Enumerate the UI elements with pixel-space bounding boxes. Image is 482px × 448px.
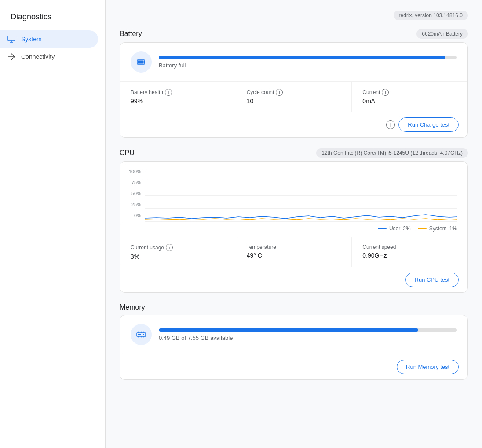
- version-badge: redrix, version 103.14816.0: [394, 11, 468, 20]
- battery-health-cell: Battery health i 99%: [120, 82, 236, 112]
- svg-rect-0: [8, 36, 15, 41]
- app-title: Diagnostics: [0, 7, 105, 30]
- cpu-temp-value: 49° C: [247, 252, 341, 259]
- sidebar: Diagnostics System Connectivity: [0, 0, 106, 448]
- monitor-icon: [7, 35, 16, 44]
- cpu-stats-row: Current usage i 3% Temperature 49° C Cur…: [120, 237, 467, 267]
- cpu-badge: 12th Gen Intel(R) Core(TM) i5-1245U (12 …: [316, 148, 468, 158]
- battery-cycle-cell: Cycle count i 10: [236, 82, 352, 112]
- memory-icon: [136, 329, 146, 340]
- cpu-chart-area: [145, 169, 457, 222]
- battery-icon: [136, 57, 146, 67]
- cpu-usage-cell: Current usage i 3%: [120, 237, 236, 267]
- sidebar-item-connectivity[interactable]: Connectivity: [0, 48, 98, 66]
- battery-cycle-info-icon[interactable]: i: [276, 89, 283, 96]
- battery-main: Battery full: [120, 43, 467, 82]
- cpu-section-header: CPU 12th Gen Intel(R) Core(TM) i5-1245U …: [120, 148, 468, 158]
- cpu-chart-legend: User 2% System 1%: [120, 222, 467, 237]
- battery-current-cell: Current i 0mA: [352, 82, 467, 112]
- cpu-chart-svg: [145, 169, 457, 222]
- battery-status-label: Battery full: [159, 62, 457, 69]
- cpu-chart-section: 100% 75% 50% 25% 0%: [120, 162, 467, 222]
- memory-section-title: Memory: [120, 303, 145, 311]
- memory-section-header: Memory: [120, 303, 468, 311]
- sidebar-item-system-label: System: [21, 36, 42, 43]
- svg-rect-10: [138, 334, 139, 335]
- svg-rect-14: [143, 334, 144, 335]
- svg-rect-12: [140, 334, 141, 335]
- battery-progress-area: Battery full: [159, 56, 457, 69]
- run-charge-test-button[interactable]: Run Charge test: [398, 117, 459, 132]
- cpu-usage-label: Current usage i: [131, 244, 225, 251]
- battery-cycle-value: 10: [247, 98, 341, 105]
- cpu-legend-system: System 1%: [418, 226, 457, 232]
- run-cpu-test-button[interactable]: Run CPU test: [405, 273, 459, 287]
- memory-status-label: 0.49 GB of 7.55 GB available: [159, 335, 457, 341]
- battery-stats-row: Battery health i 99% Cycle count i 10 Cu…: [120, 82, 467, 112]
- svg-rect-11: [139, 334, 140, 335]
- battery-test-info-icon[interactable]: i: [386, 120, 395, 129]
- memory-main: 0.49 GB of 7.55 GB available: [120, 315, 467, 354]
- battery-cycle-label: Cycle count i: [247, 89, 341, 96]
- connectivity-icon: [7, 52, 16, 61]
- battery-badge: 6620mAh Battery: [416, 29, 468, 39]
- battery-health-value: 99%: [131, 98, 225, 105]
- sidebar-item-connectivity-label: Connectivity: [21, 53, 55, 60]
- battery-card: Battery full Battery health i 99% Cycle …: [120, 42, 468, 138]
- svg-rect-13: [142, 334, 142, 335]
- cpu-speed-cell: Current speed 0.90GHz: [352, 237, 467, 267]
- version-row: redrix, version 103.14816.0: [120, 11, 468, 29]
- battery-section-header: Battery 6620mAh Battery: [120, 29, 468, 39]
- cpu-usage-info-icon[interactable]: i: [166, 244, 173, 251]
- cpu-action-row: Run CPU test: [120, 267, 467, 292]
- memory-progress-area: 0.49 GB of 7.55 GB available: [159, 328, 457, 341]
- battery-section-title: Battery: [120, 30, 142, 38]
- battery-current-label: Current i: [362, 89, 457, 96]
- cpu-speed-label: Current speed: [362, 244, 457, 250]
- battery-health-label: Battery health i: [131, 89, 225, 96]
- battery-progress-bg: [159, 56, 457, 59]
- cpu-usage-value: 3%: [131, 253, 225, 260]
- battery-icon-circle: [131, 51, 152, 73]
- memory-action-row: Run Memory test: [120, 354, 467, 379]
- cpu-card: 100% 75% 50% 25% 0%: [120, 161, 468, 293]
- battery-progress-fill: [159, 56, 445, 59]
- main-content: redrix, version 103.14816.0 Battery 6620…: [106, 0, 482, 448]
- cpu-speed-value: 0.90GHz: [362, 252, 457, 259]
- sidebar-item-system[interactable]: System: [0, 30, 98, 48]
- cpu-chart-y-labels: 100% 75% 50% 25% 0%: [127, 169, 145, 222]
- cpu-temp-cell: Temperature 49° C: [236, 237, 352, 267]
- cpu-legend-user: User 2%: [378, 226, 411, 232]
- system-legend-line: [418, 228, 427, 229]
- battery-current-value: 0mA: [362, 98, 457, 105]
- memory-progress-fill: [159, 328, 418, 332]
- svg-rect-3: [138, 61, 144, 64]
- battery-current-info-icon[interactable]: i: [382, 89, 389, 96]
- user-legend-line: [378, 228, 387, 229]
- memory-progress-bg: [159, 328, 457, 332]
- memory-card: 0.49 GB of 7.55 GB available Run Memory …: [120, 315, 468, 380]
- run-memory-test-button[interactable]: Run Memory test: [397, 360, 459, 374]
- memory-icon-circle: [131, 324, 152, 345]
- cpu-section-title: CPU: [120, 149, 135, 157]
- cpu-temp-label: Temperature: [247, 244, 341, 250]
- battery-action-row: i Run Charge test: [120, 112, 467, 137]
- battery-health-info-icon[interactable]: i: [165, 89, 172, 96]
